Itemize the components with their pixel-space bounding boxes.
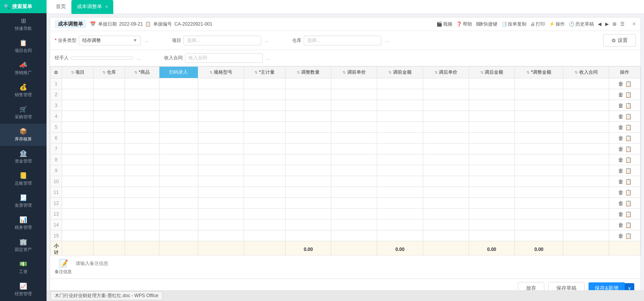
table-cell[interactable]: [469, 78, 514, 89]
action-copy[interactable]: 📑 按单复制: [501, 21, 526, 28]
table-cell[interactable]: [198, 122, 244, 133]
income-contract-more[interactable]: ...: [267, 55, 270, 61]
table-cell[interactable]: [244, 165, 286, 176]
table-cell[interactable]: [469, 230, 514, 241]
table-cell[interactable]: [514, 100, 563, 111]
table-cell[interactable]: [331, 220, 377, 230]
table-cell[interactable]: [125, 122, 159, 133]
row-copy-button[interactable]: 📋: [625, 200, 632, 206]
table-cell[interactable]: [377, 144, 423, 154]
table-cell[interactable]: [423, 198, 469, 209]
table-cell[interactable]: [514, 144, 563, 154]
table-cell[interactable]: [514, 122, 563, 133]
table-cell[interactable]: [563, 78, 609, 89]
handler-input[interactable]: [71, 57, 133, 60]
table-cell[interactable]: [423, 154, 469, 165]
sidebar-item-fixed-assets[interactable]: 🏢 固定资产: [0, 234, 47, 256]
table-cell[interactable]: [423, 187, 469, 198]
row-copy-button[interactable]: 📋: [625, 233, 632, 239]
business-type-more[interactable]: ...: [145, 38, 149, 43]
table-cell[interactable]: [159, 111, 198, 122]
view-toggle-icon[interactable]: ⊞: [613, 21, 616, 27]
table-cell[interactable]: [62, 209, 93, 220]
table-cell[interactable]: [125, 89, 159, 100]
table-cell[interactable]: [286, 154, 331, 165]
table-cell[interactable]: [93, 154, 125, 165]
table-cell[interactable]: [159, 220, 198, 230]
table-cell[interactable]: [244, 198, 286, 209]
table-cell[interactable]: [514, 133, 563, 144]
row-copy-button[interactable]: 📋: [625, 189, 632, 195]
table-cell[interactable]: [377, 198, 423, 209]
table-cell[interactable]: [563, 176, 609, 187]
table-cell[interactable]: [244, 111, 286, 122]
table-cell[interactable]: [93, 100, 125, 111]
table-cell[interactable]: [563, 187, 609, 198]
table-cell[interactable]: [469, 122, 514, 133]
sidebar-item-invoice-mgmt[interactable]: 🧾 发票管理: [0, 190, 47, 212]
table-cell[interactable]: [244, 220, 286, 230]
row-copy-button[interactable]: 📋: [625, 124, 632, 130]
table-cell[interactable]: [563, 230, 609, 241]
table-cell[interactable]: [331, 176, 377, 187]
nav-prev-button[interactable]: ◀: [598, 21, 601, 27]
sidebar-item-quick-nav[interactable]: ⊞ 快速导航: [0, 13, 47, 35]
table-cell[interactable]: [514, 89, 563, 100]
table-cell[interactable]: [244, 230, 286, 241]
table-cell[interactable]: [159, 78, 198, 89]
table-cell[interactable]: [563, 209, 609, 220]
table-cell[interactable]: [514, 187, 563, 198]
table-cell[interactable]: [198, 100, 244, 111]
table-cell[interactable]: [331, 122, 377, 133]
table-cell[interactable]: [62, 78, 93, 89]
table-cell[interactable]: [244, 154, 286, 165]
table-cell[interactable]: [286, 133, 331, 144]
table-cell[interactable]: [423, 144, 469, 154]
sidebar-item-business-mgmt[interactable]: 📈 经营管理: [0, 279, 47, 301]
table-cell[interactable]: [286, 165, 331, 176]
table-cell[interactable]: [159, 89, 198, 100]
table-cell[interactable]: [331, 100, 377, 111]
row-delete-button[interactable]: 🗑: [618, 189, 623, 195]
table-cell[interactable]: [244, 209, 286, 220]
table-cell[interactable]: [198, 89, 244, 100]
row-delete-button[interactable]: 🗑: [618, 81, 623, 87]
search-menu-button[interactable]: 🔍 搜索菜单: [0, 0, 47, 13]
table-cell[interactable]: [159, 133, 198, 144]
action-shortcut[interactable]: ⌨ 快捷键: [476, 21, 497, 28]
table-cell[interactable]: [423, 100, 469, 111]
handler-more[interactable]: ...: [137, 55, 141, 61]
notes-input[interactable]: [76, 259, 636, 273]
table-cell[interactable]: [377, 154, 423, 165]
table-cell[interactable]: [93, 133, 125, 144]
row-delete-button[interactable]: 🗑: [618, 124, 623, 130]
table-cell[interactable]: [198, 144, 244, 154]
table-cell[interactable]: [331, 133, 377, 144]
table-cell[interactable]: [125, 198, 159, 209]
table-cell[interactable]: [62, 230, 93, 241]
table-cell[interactable]: [286, 144, 331, 154]
settings-button[interactable]: ⚙ 设置: [603, 34, 636, 47]
row-copy-button[interactable]: 📋: [625, 92, 632, 98]
row-delete-button[interactable]: 🗑: [618, 146, 623, 152]
table-cell[interactable]: [469, 111, 514, 122]
table-cell[interactable]: [125, 165, 159, 176]
table-cell[interactable]: [469, 220, 514, 230]
table-cell[interactable]: [377, 209, 423, 220]
table-cell[interactable]: [286, 176, 331, 187]
view-list-icon[interactable]: ☰: [620, 21, 625, 27]
table-cell[interactable]: [125, 154, 159, 165]
table-cell[interactable]: [62, 187, 93, 198]
table-cell[interactable]: [244, 100, 286, 111]
row-delete-button[interactable]: 🗑: [618, 102, 623, 109]
table-cell[interactable]: [62, 176, 93, 187]
table-cell[interactable]: [244, 122, 286, 133]
action-operate[interactable]: ⚡ 操作: [549, 21, 565, 28]
sidebar-item-payroll[interactable]: 💵 工资: [0, 256, 47, 279]
table-cell[interactable]: [198, 133, 244, 144]
row-copy-button[interactable]: 📋: [625, 81, 632, 87]
table-cell[interactable]: [331, 165, 377, 176]
table-cell[interactable]: [286, 89, 331, 100]
sidebar-item-inventory[interactable]: 📦 库存核算: [0, 124, 47, 146]
table-cell[interactable]: [563, 100, 609, 111]
